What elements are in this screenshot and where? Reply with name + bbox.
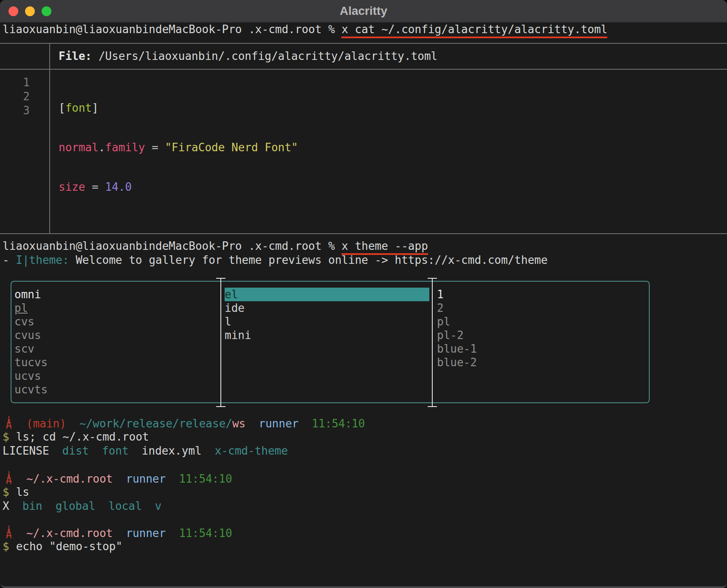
line-number: 1 bbox=[0, 76, 30, 90]
alacritty-window: Alacritty liaoxuanbin@liaoxuanbindeMacBo… bbox=[0, 0, 727, 588]
theme-label: I|theme: bbox=[16, 254, 69, 266]
ls-entry-dir: font bbox=[102, 444, 129, 457]
ls-entry-dir: dist bbox=[62, 444, 89, 457]
bat-line-numbers: 1 2 3 bbox=[0, 70, 50, 233]
toml-number: 14.0 bbox=[105, 181, 132, 193]
toml-key: size bbox=[59, 181, 85, 193]
theme-item-cvs[interactable]: cvs bbox=[14, 315, 221, 328]
shell-prompt: ~/.x-cmd.rootrunner11:54:10 bbox=[0, 471, 727, 485]
file-path: /Users/liaoxuanbin/.config/alacritty/ala… bbox=[99, 50, 437, 62]
selector-divider bbox=[432, 278, 433, 407]
timestamp: 11:54:10 bbox=[179, 472, 232, 485]
theme-item-cvus[interactable]: cvus bbox=[14, 328, 221, 342]
dash: - bbox=[3, 254, 16, 266]
ls-output: LICENSEdistfontindex.ymlx-cmd-theme bbox=[0, 444, 727, 458]
prompt-symbol: $ bbox=[3, 430, 9, 443]
terminal-content: liaoxuanbin@liaoxuanbindeMacBook-Pro .x-… bbox=[0, 23, 727, 554]
theme-item-1[interactable]: 1 bbox=[437, 288, 649, 301]
bat-code-body: [font] normal.family = "FiraCode Nerd Fo… bbox=[50, 70, 298, 233]
prompt-symbol: $ bbox=[3, 540, 9, 553]
cwd-path-prefix: ~/work/release/release/ bbox=[79, 417, 232, 430]
shell-command-line: $ls; cd ~/.x-cmd.root bbox=[0, 430, 727, 444]
equals: = bbox=[85, 181, 105, 193]
bracket: ] bbox=[92, 102, 99, 114]
command-cat: x cat ~/.config/alacritty/alacritty.toml bbox=[341, 23, 607, 38]
dot: . bbox=[99, 141, 105, 154]
timestamp: 11:54:10 bbox=[312, 417, 365, 430]
theme-selector: omni pl cvs cvus scv tucvs ucvs ucvts el… bbox=[11, 281, 650, 403]
git-branch: (main) bbox=[26, 417, 66, 430]
prompt-line-1: liaoxuanbin@liaoxuanbindeMacBook-Pro .x-… bbox=[0, 23, 727, 37]
command-theme: x theme --app bbox=[341, 240, 428, 255]
bracket: [ bbox=[59, 102, 65, 114]
toml-section: font bbox=[65, 102, 92, 114]
cwd-path: ~/work/release/release/ws bbox=[79, 417, 245, 430]
line-number: 2 bbox=[0, 90, 30, 104]
theme-item-l[interactable]: l bbox=[225, 315, 433, 328]
bat-code: 1 2 3 [font] normal.family = "FiraCode N… bbox=[0, 70, 727, 233]
prompt-symbol: $ bbox=[3, 486, 9, 498]
toml-key: family bbox=[105, 141, 145, 154]
selector-column-families: omni pl cvs cvus scv tucvs ucvs ucvts bbox=[11, 282, 221, 402]
theme-item-blue-2[interactable]: blue-2 bbox=[437, 356, 649, 369]
prompt-line-2: liaoxuanbin@liaoxuanbindeMacBook-Pro .x-… bbox=[0, 239, 727, 253]
shell-command: ls bbox=[16, 486, 29, 498]
file-label: File: bbox=[59, 50, 99, 62]
prompt-host: liaoxuanbin@liaoxuanbindeMacBook-Pro .x-… bbox=[3, 23, 341, 36]
theme-item-2[interactable]: 2 bbox=[437, 301, 649, 315]
theme-item-blue-1[interactable]: blue-1 bbox=[437, 342, 649, 356]
theme-item-omni[interactable]: omni bbox=[14, 288, 221, 301]
shell-block-2: ~/.x-cmd.rootrunner11:54:10 $ls Xbinglob… bbox=[0, 471, 727, 513]
ls-entry-dir: x-cmd-theme bbox=[215, 444, 288, 457]
shell-command-line: $ls bbox=[0, 485, 727, 499]
line-number: 3 bbox=[0, 104, 30, 118]
theme-item-pl-2[interactable]: pl-2 bbox=[437, 328, 649, 342]
toml-key: normal bbox=[59, 141, 99, 154]
theme-item-el-selected[interactable]: el bbox=[225, 288, 429, 301]
selector-divider bbox=[220, 278, 221, 407]
ls-entry-dir: v bbox=[155, 500, 162, 512]
cwd-path-last: ws bbox=[232, 417, 245, 430]
shell-prompt: ~/.x-cmd.rootrunner11:54:10 bbox=[0, 526, 727, 540]
timestamp: 11:54:10 bbox=[179, 527, 232, 540]
theme-item-ucvts[interactable]: ucvts bbox=[14, 383, 221, 396]
theme-item-mini[interactable]: mini bbox=[225, 328, 433, 342]
shell-command: echo "demo-stop" bbox=[16, 540, 122, 553]
selector-column-variants: el ide l mini bbox=[221, 282, 433, 402]
theme-item-tucvs[interactable]: tucvs bbox=[14, 356, 221, 369]
ls-entry-dir: local bbox=[109, 500, 142, 512]
window-title: Alacritty bbox=[0, 0, 727, 22]
bat-header: File: /Users/liaoxuanbin/.config/alacrit… bbox=[0, 44, 727, 70]
code-line: normal.family = "FiraCode Nerd Font" bbox=[59, 141, 298, 155]
bat-header-body: File: /Users/liaoxuanbin/.config/alacrit… bbox=[50, 44, 437, 69]
ls-entry-file: index.yml bbox=[142, 444, 202, 457]
equals: = bbox=[145, 141, 165, 154]
titlebar[interactable]: Alacritty bbox=[0, 0, 727, 23]
theme-item-pl[interactable]: pl bbox=[14, 301, 221, 315]
ls-entry-file: LICENSE bbox=[3, 444, 49, 457]
theme-message: Welcome to gallery for theme previews on… bbox=[69, 254, 548, 266]
bat-header-gutter bbox=[0, 44, 50, 69]
cwd-path: ~/.x-cmd.root bbox=[26, 472, 113, 485]
code-line: [font] bbox=[59, 101, 298, 115]
cwd-path: ~/.x-cmd.root bbox=[26, 527, 113, 540]
ls-output: Xbingloballocalv bbox=[0, 499, 727, 513]
shell-block-1: (main)~/work/release/release/wsrunner11:… bbox=[0, 416, 727, 458]
theme-info-line: - I|theme: Welcome to gallery for theme … bbox=[0, 253, 727, 267]
shell-command: ls; cd ~/.x-cmd.root bbox=[16, 430, 149, 443]
user-name: runner bbox=[126, 472, 166, 485]
shell-block-3: ~/.x-cmd.rootrunner11:54:10 $echo "demo-… bbox=[0, 526, 727, 554]
ls-entry-file: X bbox=[3, 500, 9, 512]
prompt-host: liaoxuanbin@liaoxuanbindeMacBook-Pro .x-… bbox=[3, 240, 341, 252]
user-name: runner bbox=[259, 417, 299, 430]
shell-command-line: $echo "demo-stop" bbox=[0, 540, 727, 554]
theme-item-scv[interactable]: scv bbox=[14, 342, 221, 356]
toml-string: "FiraCode Nerd Font" bbox=[165, 141, 298, 154]
theme-item-pl-v[interactable]: pl bbox=[437, 315, 649, 328]
theme-item-ide[interactable]: ide bbox=[225, 301, 433, 315]
user-name: runner bbox=[126, 527, 166, 540]
theme-item-ucvs[interactable]: ucvs bbox=[14, 369, 221, 383]
ls-entry-dir: bin bbox=[23, 500, 42, 512]
ls-entry-dir: global bbox=[56, 500, 96, 512]
bat-file-view: File: /Users/liaoxuanbin/.config/alacrit… bbox=[0, 43, 727, 234]
